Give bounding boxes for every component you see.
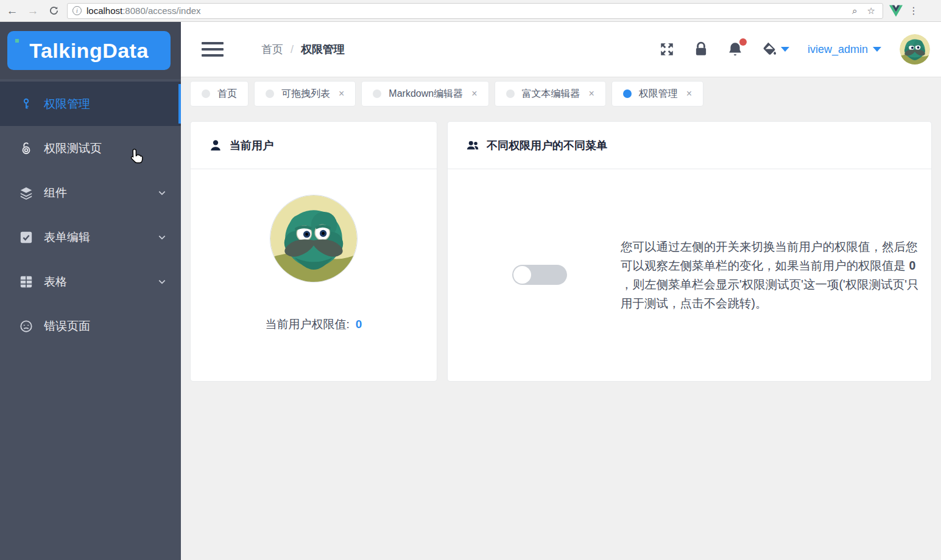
url-bar[interactable]: i localhost:8080/access/index ⌕ ☆ — [67, 3, 883, 19]
tab-rich-text-editor[interactable]: 富文本编辑器 × — [495, 81, 606, 107]
card-header: 当前用户 — [191, 122, 437, 169]
browser-menu-icon[interactable]: ⋮ — [909, 9, 918, 13]
close-icon[interactable]: × — [470, 88, 477, 99]
zoom-magnifier-icon[interactable]: ⌕ — [850, 5, 859, 16]
card-header: 不同权限用户的不同菜单 — [448, 122, 931, 169]
user-avatar-large — [270, 195, 358, 282]
current-user-card: 当前用户 — [190, 121, 437, 382]
theme-bucket-icon — [761, 41, 777, 57]
description-bold-value: 0 — [909, 259, 915, 272]
sidebar-item-access-test[interactable]: 权限测试页 — [0, 126, 181, 170]
tab-dot-icon — [266, 89, 274, 98]
user-menu[interactable]: iview_admin — [808, 43, 881, 56]
url-path: :8080/access/index — [122, 5, 200, 16]
lock-icon[interactable] — [693, 41, 709, 57]
checkbox-icon — [19, 231, 33, 244]
tab-label: 可拖拽列表 — [281, 88, 330, 100]
tab-draggable-list[interactable]: 可拖拽列表 × — [254, 81, 356, 107]
permission-value-line: 当前用户权限值:0 — [191, 317, 437, 332]
logo-text: TalkingData — [29, 39, 149, 63]
chevron-down-icon — [158, 189, 166, 197]
close-icon[interactable]: × — [588, 88, 594, 99]
logo-container: TalkingData — [0, 22, 181, 79]
sidebar-item-label: 组件 — [44, 185, 158, 201]
tab-dot-icon — [506, 89, 515, 98]
hamburger-menu-icon[interactable] — [202, 38, 224, 60]
breadcrumb-separator: / — [291, 43, 294, 56]
url-text[interactable]: localhost:8080/access/index — [86, 5, 845, 16]
sidebar-item-label: 错误页面 — [44, 318, 166, 334]
user-avatar[interactable] — [900, 34, 930, 65]
header-actions: iview_admin — [659, 34, 930, 65]
card-body: 当前用户权限值:0 — [191, 195, 437, 407]
fullscreen-icon[interactable] — [659, 41, 675, 57]
app-window: TalkingData 权限管理 权限测试页 — [0, 22, 941, 560]
toggle-knob — [513, 266, 531, 284]
tab-markdown-editor[interactable]: Markdown编辑器 × — [361, 81, 488, 107]
menu-access-card: 不同权限用户的不同菜单 您可以通过左侧的开关来切换当前用户的权限值，然后您可以观… — [447, 121, 932, 382]
card-title: 不同权限用户的不同菜单 — [487, 138, 607, 153]
tab-label: 首页 — [217, 88, 237, 100]
chevron-down-icon — [158, 278, 166, 286]
chevron-down-icon — [781, 47, 789, 52]
notification-badge — [739, 38, 747, 46]
table-icon — [19, 275, 33, 289]
description-text: ，则左侧菜单栏会显示'权限测试页'这一项('权限测试页'只用于测试，点击不会跳转… — [621, 278, 918, 310]
chevron-down-icon — [158, 233, 166, 242]
sidebar-item-components[interactable]: 组件 — [0, 170, 181, 215]
sidebar-item-access-admin[interactable]: 权限管理 — [0, 82, 181, 126]
card-body: 您可以通过左侧的开关来切换当前用户的权限值，然后您可以观察左侧菜单栏的变化，如果… — [448, 169, 931, 382]
sidebar-item-tables[interactable]: 表格 — [0, 259, 181, 304]
sidebar-item-label: 权限测试页 — [44, 141, 166, 156]
tab-dot-icon — [623, 89, 632, 98]
main-area: 首页 / 权限管理 — [181, 22, 941, 560]
chevron-down-icon — [873, 47, 881, 52]
logo-accent-dot — [15, 39, 19, 43]
bookmark-star-icon[interactable]: ☆ — [865, 5, 878, 16]
tab-label: 权限管理 — [639, 88, 678, 100]
tab-dot-icon — [373, 89, 381, 98]
tab-access-admin[interactable]: 权限管理 × — [611, 81, 703, 107]
close-icon[interactable]: × — [337, 88, 344, 99]
key-icon — [19, 97, 33, 111]
browser-toolbar: ← → i localhost:8080/access/index ⌕ ☆ ⋮ — [0, 0, 941, 22]
url-host: localhost — [86, 5, 122, 16]
theme-switcher[interactable] — [761, 41, 789, 57]
bell-icon[interactable] — [727, 41, 743, 57]
username: iview_admin — [808, 43, 868, 56]
sidebar-menu: 权限管理 权限测试页 组件 — [0, 79, 181, 348]
breadcrumb-home[interactable]: 首页 — [261, 42, 283, 57]
tab-label: Markdown编辑器 — [389, 88, 463, 100]
browser-reload-button[interactable] — [46, 4, 61, 18]
tab-label: 富文本编辑器 — [522, 88, 580, 100]
tab-dot-icon — [202, 89, 210, 98]
browser-forward-button[interactable]: → — [26, 4, 40, 18]
sidebar-item-label: 权限管理 — [44, 96, 166, 112]
vue-devtools-icon[interactable] — [889, 5, 903, 17]
person-icon — [209, 139, 222, 152]
app-header: 首页 / 权限管理 — [181, 22, 941, 77]
permission-label: 当前用户权限值: — [266, 318, 350, 331]
sad-face-icon — [19, 320, 33, 333]
open-tabs-bar: 首页 可拖拽列表 × Markdown编辑器 × 富文本编辑器 × 权限管理 × — [181, 77, 941, 110]
unlock-icon — [19, 142, 33, 155]
page-content: 当前用户 — [181, 110, 941, 560]
breadcrumb-current: 权限管理 — [301, 42, 345, 57]
page-info-icon[interactable]: i — [72, 6, 82, 15]
layers-icon — [19, 186, 33, 200]
description-text: 您可以通过左侧的开关来切换当前用户的权限值，然后您可以观察左侧菜单栏的变化，如果… — [621, 240, 918, 272]
tab-home[interactable]: 首页 — [190, 81, 248, 107]
reload-icon — [49, 5, 59, 16]
sidebar-item-label: 表格 — [44, 274, 158, 290]
breadcrumb: 首页 / 权限管理 — [261, 42, 345, 57]
sidebar-item-label: 表单编辑 — [44, 229, 158, 245]
sidebar-item-form-edit[interactable]: 表单编辑 — [0, 215, 181, 259]
sidebar-item-error-pages[interactable]: 错误页面 — [0, 304, 181, 348]
sidebar: TalkingData 权限管理 权限测试页 — [0, 22, 181, 560]
card-title: 当前用户 — [230, 138, 273, 153]
permission-toggle-switch[interactable] — [512, 265, 567, 285]
people-icon — [466, 139, 479, 152]
close-icon[interactable]: × — [685, 88, 692, 99]
permission-description: 您可以通过左侧的开关来切换当前用户的权限值，然后您可以观察左侧菜单栏的变化，如果… — [621, 237, 922, 313]
browser-back-button[interactable]: ← — [5, 4, 19, 18]
